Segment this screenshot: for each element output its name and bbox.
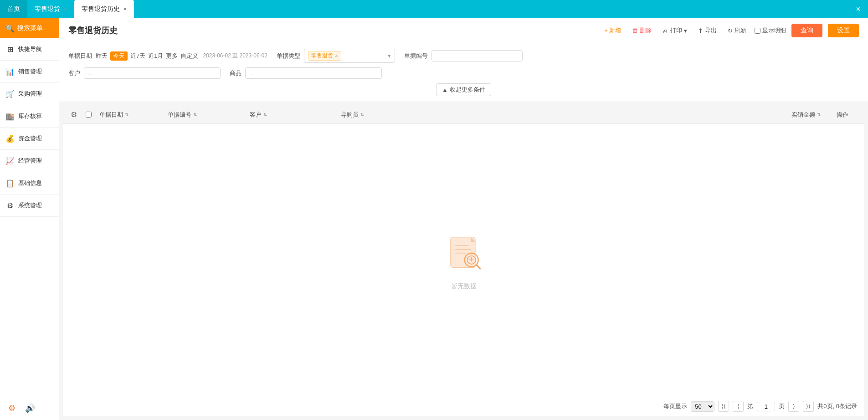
date-options: 昨天 今天 近7天 近1月 更多 自定义 2023-06-02 至 2023-0… [96, 51, 267, 61]
refresh-icon: ↻ [728, 27, 733, 34]
filter-row-2: 客户 ... 商品 ... [68, 67, 859, 79]
filter-doc-no: 单据编号 [404, 50, 523, 61]
table-settings-icon[interactable]: ⚙ [67, 110, 81, 119]
sidebar-item-sales-mgmt[interactable]: 📊 销售管理 [0, 61, 59, 83]
th-customer-sort-icon: ⇅ [263, 112, 267, 117]
date-1month[interactable]: 近1月 [148, 52, 163, 60]
tab-retail-return[interactable]: 零售退货 × [27, 0, 74, 18]
tab-bar: 首页 零售退货 × 零售退货历史 × × [0, 0, 868, 18]
finance-icon: 💰 [5, 134, 15, 143]
filter-goods: 商品 ... [230, 67, 382, 79]
export-icon: ⬆ [698, 27, 703, 34]
th-date-sort-icon: ⇅ [125, 112, 128, 117]
last-page-button[interactable]: ⟩⟩ [803, 401, 814, 412]
settings-button[interactable]: 设置 [828, 24, 859, 37]
th-amount-sort-icon: ⇅ [817, 112, 821, 117]
collapse-arrow-icon: ▲ [442, 87, 448, 93]
sidebar-item-purchase-mgmt-label: 采购管理 [18, 90, 42, 98]
sidebar-item-basic-info[interactable]: 📋 基础信息 [0, 172, 59, 195]
customer-input[interactable]: ... [84, 67, 221, 79]
prev-page-button[interactable]: ⟨ [733, 401, 744, 412]
th-amount[interactable]: 实销金额 ⇅ [770, 111, 824, 119]
content-area: 零售退货历史 + 新增 🗑 删除 🖨 打印 ▾ ⬆ 导出 ↻ 刷新 [59, 18, 868, 420]
th-no[interactable]: 单据编号 ⇅ [164, 111, 246, 119]
refresh-button[interactable]: ↻ 刷新 [725, 25, 749, 36]
basic-info-icon: 📋 [5, 179, 15, 188]
show-detail-checkbox[interactable] [755, 28, 760, 34]
th-guide[interactable]: 导购员 ⇅ [337, 111, 406, 119]
pagination: 每页显示 50 10 20 100 ⟨⟨ ⟨ 第 页 ⟩ ⟩⟩ 共0页, 0条记… [63, 396, 864, 416]
first-page-button[interactable]: ⟨⟨ [718, 401, 729, 412]
sidebar-audio-button[interactable]: 🔊 [23, 401, 37, 415]
sidebar-item-quick-nav[interactable]: ⊞ 快捷导航 [0, 38, 59, 61]
goods-input[interactable]: ... [245, 67, 382, 79]
date-more[interactable]: 更多 [166, 52, 178, 60]
page-number-input[interactable] [757, 402, 775, 411]
page-unit: 页 [779, 402, 785, 410]
tab-home-label: 首页 [7, 5, 20, 13]
new-button[interactable]: + 新增 [601, 25, 624, 36]
sidebar-search[interactable]: 🔍 搜索菜单 [0, 18, 59, 38]
date-today[interactable]: 今天 [110, 51, 128, 61]
tab-retail-return-close[interactable]: × [64, 6, 67, 12]
doc-type-select[interactable]: 零售退货 × ▾ [304, 49, 395, 63]
table-select-all-checkbox[interactable] [81, 112, 96, 118]
sidebar-item-quick-nav-label: 快捷导航 [18, 45, 42, 53]
sidebar-bottom: ⚙ 🔊 [0, 396, 59, 420]
print-arrow-icon: ▾ [684, 27, 687, 34]
show-detail-label: 显示明细 [762, 26, 786, 35]
empty-state: 暂无数据 [63, 124, 864, 396]
sidebar-item-purchase-mgmt[interactable]: 🛒 采购管理 [0, 83, 59, 105]
sidebar-item-system-mgmt[interactable]: ⚙ 系统管理 [0, 195, 59, 217]
th-date[interactable]: 单据日期 ⇅ [96, 111, 164, 119]
filter-customer: 客户 ... [68, 67, 221, 79]
window-close-button[interactable]: × [848, 5, 868, 14]
tab-home[interactable]: 首页 [0, 0, 27, 18]
sidebar-item-inventory-label: 库存核算 [18, 112, 42, 120]
th-no-sort-icon: ⇅ [193, 112, 197, 117]
export-button[interactable]: ⬆ 导出 [695, 25, 719, 36]
doc-type-tag: 零售退货 × [308, 51, 341, 61]
doc-no-input[interactable] [431, 50, 523, 61]
sidebar-item-finance[interactable]: 💰 资金管理 [0, 128, 59, 150]
sidebar-item-basic-info-label: 基础信息 [18, 179, 42, 187]
tab-retail-return-history-close[interactable]: × [123, 6, 127, 12]
refresh-label: 刷新 [734, 26, 746, 35]
tab-retail-return-history-label: 零售退货历史 [82, 5, 120, 13]
header-actions: + 新增 🗑 删除 🖨 打印 ▾ ⬆ 导出 ↻ 刷新 显示明细 [601, 24, 859, 37]
page-size-select[interactable]: 50 10 20 100 [691, 401, 714, 412]
show-detail-checkbox-label[interactable]: 显示明细 [755, 26, 786, 35]
collapse-button[interactable]: ▲ 收起更多条件 [436, 83, 491, 96]
tab-retail-return-history[interactable]: 零售退货历史 × [74, 0, 134, 18]
goods-placeholder: ... [249, 70, 254, 77]
search-icon: 🔍 [5, 24, 15, 33]
th-action-label: 操作 [837, 111, 848, 119]
tab-retail-return-label: 零售退货 [35, 5, 60, 13]
date-custom[interactable]: 自定义 [180, 52, 198, 60]
next-page-button[interactable]: ⟩ [788, 401, 799, 412]
sidebar-item-operations-label: 经营管理 [18, 157, 42, 165]
sidebar-item-operations[interactable]: 📈 经营管理 [0, 150, 59, 172]
sidebar-search-label: 搜索菜单 [17, 24, 43, 32]
page-title: 零售退货历史 [68, 25, 118, 36]
sidebar-item-inventory[interactable]: 🏬 库存核算 [0, 105, 59, 128]
inventory-icon: 🏬 [5, 112, 15, 121]
collapse-label: 收起更多条件 [450, 86, 485, 94]
empty-illustration [441, 230, 487, 275]
doc-type-tag-close[interactable]: × [335, 53, 338, 59]
date-7days[interactable]: 近7天 [130, 52, 145, 60]
operations-icon: 📈 [5, 156, 15, 165]
date-yesterday[interactable]: 昨天 [96, 52, 108, 60]
sidebar-settings-button[interactable]: ⚙ [5, 401, 19, 415]
delete-button[interactable]: 🗑 删除 [629, 25, 654, 36]
sidebar-item-finance-label: 资金管理 [18, 134, 42, 143]
th-guide-sort-icon: ⇅ [360, 112, 364, 117]
sidebar-item-sales-mgmt-label: 销售管理 [18, 67, 42, 76]
quick-nav-icon: ⊞ [5, 45, 15, 54]
query-button[interactable]: 查询 [791, 24, 822, 37]
th-no-label: 单据编号 [168, 111, 191, 119]
select-all-checkbox[interactable] [86, 112, 92, 118]
print-button[interactable]: 🖨 打印 ▾ [660, 25, 690, 36]
th-customer[interactable]: 客户 ⇅ [246, 111, 337, 119]
sidebar: 🔍 搜索菜单 ⊞ 快捷导航 📊 销售管理 🛒 采购管理 🏬 库存核算 💰 资金管… [0, 18, 59, 420]
